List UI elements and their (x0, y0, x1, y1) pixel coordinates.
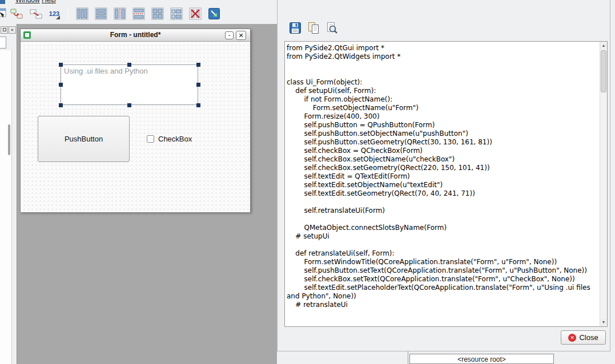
pencil-icon (56, 15, 60, 19)
form-icon (23, 31, 31, 39)
layout-grid-icon[interactable] (151, 7, 164, 21)
layout-horizontal-icon[interactable] (75, 7, 89, 21)
checkbox-widget[interactable]: CheckBox (146, 127, 204, 151)
close-x-glyph: ✕ (570, 335, 575, 341)
form-window-titlebar[interactable]: Form - untitled* - ✕ (21, 29, 250, 42)
break-layout-icon[interactable] (188, 7, 202, 21)
find-icon[interactable] (324, 21, 339, 35)
textedit-widget[interactable]: Using .ui files and Python (61, 64, 198, 105)
edit-buddies-icon[interactable] (29, 7, 43, 21)
selection-handle-sw[interactable] (59, 103, 63, 107)
code-editor[interactable]: from PySide2.QtGui import * from PySide2… (284, 41, 608, 327)
scroll-up-icon[interactable]: ▲ (600, 42, 607, 50)
widget-list-scrollbar[interactable] (8, 124, 10, 155)
checkbox-label: CheckBox (158, 135, 192, 143)
scroll-down-icon[interactable]: ▼ (600, 318, 607, 326)
toolbar-separator (68, 9, 69, 20)
window-close-button[interactable]: ✕ (236, 31, 246, 40)
menu-window[interactable]: Window (15, 0, 40, 4)
textedit-placeholder: Using .ui files and Python (61, 65, 198, 77)
dialog-close-button[interactable]: ✕ Close (561, 330, 606, 345)
form-designer-window: Form - untitled* - ✕ Using .ui files and… (20, 29, 251, 212)
save-icon[interactable] (288, 21, 303, 35)
resource-root-item[interactable]: <resource root> (409, 354, 554, 364)
layout-form-icon[interactable] (170, 7, 183, 21)
dock-float-icon[interactable] (1, 26, 8, 34)
dock-close-icon[interactable]: ✕ (9, 26, 16, 34)
selection-handle-ne[interactable] (196, 63, 200, 67)
code-viewer-dialog: from PySide2.QtGui import * from PySide2… (277, 0, 610, 351)
panel-divider (408, 351, 408, 364)
selection-handle-s[interactable] (127, 103, 131, 107)
widget-filter-input[interactable] (0, 37, 6, 48)
close-circle-icon: ✕ (568, 334, 576, 342)
vertical-scrollbar[interactable]: ▲ ▼ (600, 42, 607, 326)
selection-handle-se[interactable] (196, 103, 200, 107)
minimize-button[interactable]: - (225, 31, 234, 39)
form-window-title: Form - untitled* (21, 29, 250, 41)
edit-tab-order-icon[interactable]: 123 (47, 7, 61, 21)
edit-widgets-icon[interactable] (0, 7, 7, 21)
app-icon (0, 0, 5, 4)
checkbox-indicator[interactable] (147, 135, 154, 143)
scrollbar-thumb[interactable] (601, 50, 606, 92)
widget-list (0, 50, 12, 364)
adjust-size-icon[interactable] (207, 7, 221, 21)
edit-signals-slots-icon[interactable] (10, 7, 23, 21)
selection-handle-n[interactable] (127, 63, 131, 67)
selection-handle-w[interactable] (59, 83, 63, 87)
float-glyph (3, 28, 6, 31)
selection-handle-e[interactable] (196, 83, 200, 87)
layout-vertical-splitter-icon[interactable] (132, 7, 146, 21)
layout-horizontal-splitter-icon[interactable] (113, 7, 127, 21)
menu-help[interactable]: Help (42, 0, 56, 4)
selection-handle-nw[interactable] (59, 63, 63, 67)
code-text[interactable]: from PySide2.QtGui import * from PySide2… (287, 44, 590, 309)
form-canvas[interactable]: Using .ui files and Python PushButton Ch… (21, 42, 250, 212)
main-toolbar: 123 (0, 5, 277, 24)
close-button-label: Close (579, 333, 598, 342)
layout-vertical-icon[interactable] (94, 7, 108, 21)
copy-icon[interactable] (306, 21, 321, 35)
pushbutton-widget[interactable]: PushButton (38, 116, 130, 162)
